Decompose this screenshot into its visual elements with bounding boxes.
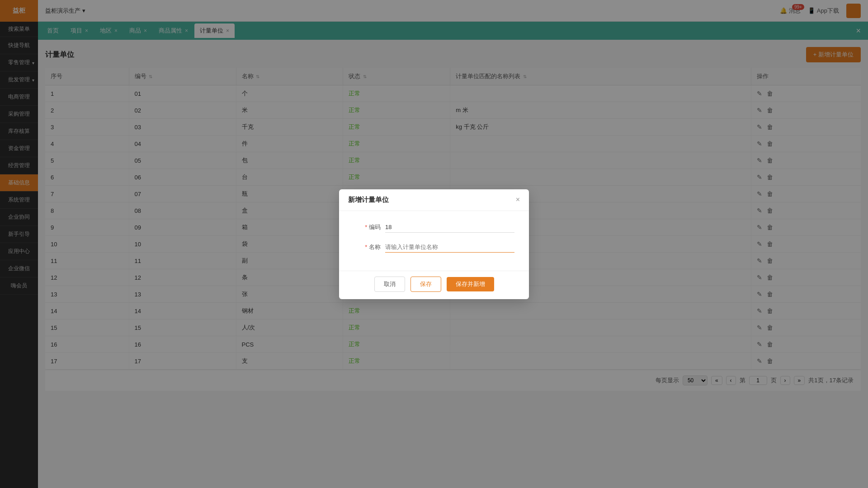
name-label: 名称	[354, 243, 381, 251]
form-row-name: 名称	[354, 242, 514, 253]
modal-overlay[interactable]: 新增计量单位 × 编码 名称 取消 保存 保存并新增	[0, 0, 868, 488]
modal-footer: 取消 保存 保存并新增	[339, 271, 529, 299]
code-input[interactable]	[385, 222, 514, 233]
name-input[interactable]	[385, 242, 514, 253]
modal-header: 新增计量单位 ×	[339, 189, 529, 211]
cancel-button[interactable]: 取消	[374, 277, 405, 292]
code-label: 编码	[354, 223, 381, 231]
save-and-new-button[interactable]: 保存并新增	[447, 277, 494, 291]
modal-close-button[interactable]: ×	[516, 196, 520, 204]
add-unit-modal: 新增计量单位 × 编码 名称 取消 保存 保存并新增	[339, 189, 529, 299]
form-row-code: 编码	[354, 222, 514, 233]
modal-body: 编码 名称	[339, 211, 529, 271]
modal-title: 新增计量单位	[348, 196, 389, 204]
save-button[interactable]: 保存	[410, 277, 441, 292]
